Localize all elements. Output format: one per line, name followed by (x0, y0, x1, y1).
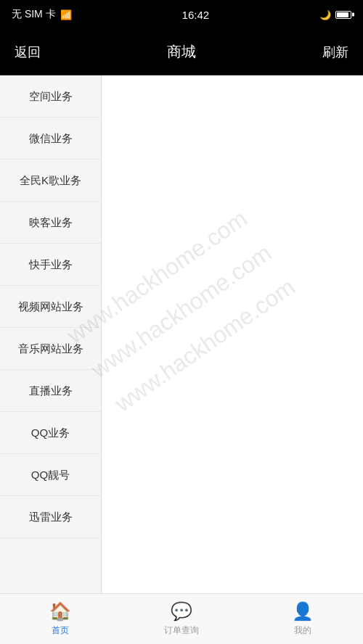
nav-title: 商城 (167, 42, 196, 62)
main-content (102, 75, 363, 593)
orders-icon: 💬 (171, 601, 192, 622)
sidebar-item-weixin[interactable]: 微信业务 (0, 117, 101, 160)
wifi-icon: 📶 (60, 9, 72, 20)
battery-fill (337, 12, 348, 17)
tab-profile[interactable]: 👤我的 (242, 601, 363, 637)
home-icon: 🏠 (49, 601, 71, 622)
nav-bar: 返回 商城 刷新 (0, 29, 363, 75)
sidebar: 空间业务微信业务全民K歌业务映客业务快手业务视频网站业务音乐网站业务直播业务QQ… (0, 75, 102, 593)
back-button[interactable]: 返回 (15, 44, 41, 61)
orders-label: 订单查询 (164, 624, 199, 637)
sidebar-item-shipinwangzhan[interactable]: 视频网站业务 (0, 286, 101, 328)
sidebar-item-xunlei[interactable]: 迅雷业务 (0, 496, 101, 538)
carrier-text: 无 SIM 卡 (12, 8, 56, 21)
status-right: 🌙 (319, 9, 351, 20)
sidebar-item-kongjian[interactable]: 空间业务 (0, 75, 101, 117)
refresh-button[interactable]: 刷新 (322, 44, 348, 61)
moon-icon: 🌙 (319, 9, 331, 20)
sidebar-item-quanmin[interactable]: 全民K歌业务 (0, 160, 101, 202)
home-label: 首页 (52, 624, 69, 637)
tab-bar: 🏠首页💬订单查询👤我的 (0, 593, 363, 644)
sidebar-item-qqhao[interactable]: QQ靓号 (0, 454, 101, 496)
status-bar: 无 SIM 卡 📶 16:42 🌙 (0, 0, 363, 29)
sidebar-item-yinyuewangzhan[interactable]: 音乐网站业务 (0, 328, 101, 370)
content-area: 空间业务微信业务全民K歌业务映客业务快手业务视频网站业务音乐网站业务直播业务QQ… (0, 75, 363, 593)
tab-home[interactable]: 🏠首页 (0, 601, 121, 637)
status-time: 16:42 (182, 9, 210, 21)
sidebar-item-kuaishou[interactable]: 快手业务 (0, 244, 101, 286)
sidebar-item-yingke[interactable]: 映客业务 (0, 202, 101, 244)
battery-icon (335, 11, 351, 19)
sidebar-item-zhibo[interactable]: 直播业务 (0, 370, 101, 412)
profile-icon: 👤 (292, 601, 314, 622)
tab-orders[interactable]: 💬订单查询 (121, 601, 242, 637)
status-left: 无 SIM 卡 📶 (12, 8, 72, 21)
sidebar-item-qq[interactable]: QQ业务 (0, 412, 101, 454)
profile-label: 我的 (294, 624, 311, 637)
